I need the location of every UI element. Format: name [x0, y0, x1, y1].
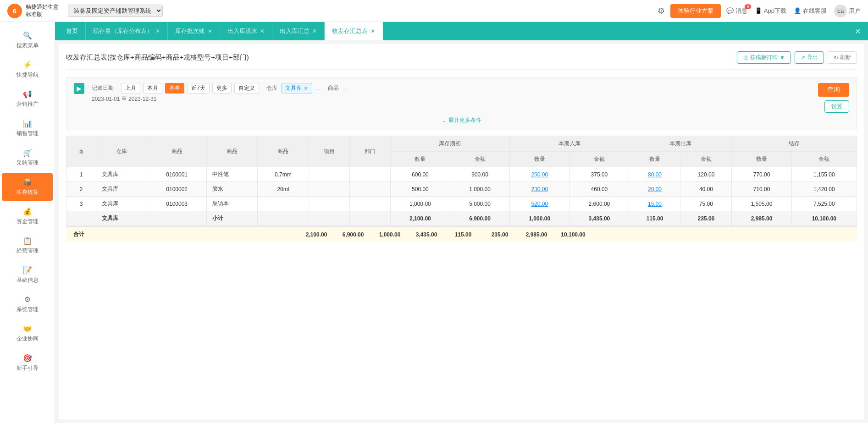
goods-more[interactable]: ...	[343, 85, 347, 92]
date-btn-7days[interactable]: 近7天	[187, 83, 210, 93]
date-btn-last-month[interactable]: 上月	[121, 83, 140, 93]
sidebar-item-purchase[interactable]: 🛒 采购管理	[2, 144, 53, 171]
basic-info-icon: 📝	[23, 266, 32, 275]
col-goods-spec: 商品	[257, 136, 309, 167]
online-service-button[interactable]: 👤 在线客服	[794, 7, 827, 15]
sidebar: 🔍 搜索菜单 ⚡ 快捷导航 📢 营销推广 📊 销售管理 🛒 采购管理 📦 库存核…	[0, 22, 55, 423]
warehouse-tag-close[interactable]: ✕	[304, 85, 308, 92]
avatar: Ea	[834, 5, 847, 17]
expand-more-button[interactable]: ⌄ 展开更多条件	[442, 116, 481, 124]
cell-no: 2	[66, 182, 96, 197]
cell-outbound-qty[interactable]: 20.00	[629, 182, 680, 197]
tab-inout-flow[interactable]: 出入库流水 ✕	[220, 22, 272, 40]
date-btn-more[interactable]: 更多	[212, 83, 232, 93]
cell-goods-code: 0100001	[147, 167, 207, 182]
cell-opening-qty: 1,000.00	[390, 197, 450, 211]
date-btn-custom[interactable]: 自定义	[234, 83, 259, 93]
date-btn-this-month[interactable]: 本月	[143, 83, 162, 93]
sub-balance-qty: 数量	[732, 152, 791, 167]
warehouse-more[interactable]: ...	[316, 85, 321, 92]
table-settings-icon[interactable]: ⚙	[79, 148, 84, 155]
export-button[interactable]: ↗ 导出	[795, 51, 824, 64]
cell-goods-spec	[257, 197, 309, 211]
sidebar-item-inventory[interactable]: 📦 库存核算	[2, 173, 53, 201]
tab-inventory-distribution[interactable]: 现存量（库存分布表） ✕	[86, 22, 168, 40]
cell-opening-qty: 600.00	[390, 167, 450, 182]
sidebar-item-basic-info[interactable]: 📝 基础信息	[2, 261, 53, 289]
sidebar-item-enterprise[interactable]: 🤝 企业协同	[2, 320, 53, 347]
expand-more-area: ⌄ 展开更多条件	[74, 116, 849, 124]
date-btn-this-year[interactable]: 本年	[165, 83, 184, 93]
cell-balance-qty: 1,505.00	[732, 197, 791, 211]
tab-inout-summary[interactable]: 出入库汇总 ✕	[272, 22, 325, 40]
brand-name: 畅捷通好生意 标准版	[26, 4, 59, 18]
tab-close-inout-flow[interactable]: ✕	[260, 28, 265, 34]
tab-close-batch-account[interactable]: ✕	[208, 28, 212, 34]
content-area: 首页 现存量（库存分布表） ✕ 库存批次账 ✕ 出入库流水 ✕ 出入库汇总 ✕ …	[55, 22, 868, 423]
col-dept: 部门	[349, 136, 390, 167]
table-wrapper: ⚙ 仓库 商品 商品 商品 项目 部门 库存期初 本期入库 本期出库 结存	[66, 136, 857, 226]
refresh-icon: ↻	[834, 55, 838, 61]
cell-warehouse: 文具库	[96, 211, 147, 226]
goods-filter: 商品 ...	[328, 84, 347, 92]
sidebar-item-marketing[interactable]: 📢 营销推广	[2, 85, 53, 113]
settings-icon[interactable]: ⚙	[658, 6, 665, 16]
cell-outbound-qty: 115.00	[629, 211, 680, 226]
cell-outbound-qty[interactable]: 80.00	[629, 167, 680, 182]
date-range-text: 2023-01-01 至 2023-12-31	[92, 96, 156, 102]
cell-inbound-amt: 375.00	[569, 167, 629, 182]
phone-icon: 📱	[755, 7, 762, 14]
table-row: 1 文具库 0100001 中性笔 0.7mm 600.00 900.00 25…	[66, 167, 857, 182]
trial-button[interactable]: 体验行业方案	[670, 4, 721, 18]
cell-inbound-qty[interactable]: 230.00	[510, 182, 569, 197]
print-button[interactable]: 🖨 按模板打印 ▼	[737, 51, 791, 64]
filter-expand-arrow[interactable]: ▶	[74, 83, 84, 94]
total-outbound-qty: 115.00	[445, 231, 481, 238]
cell-balance-amt: 7,525.00	[791, 197, 857, 211]
tab-home[interactable]: 首页	[59, 22, 86, 40]
cell-opening-qty: 2,100.00	[390, 211, 450, 226]
cell-opening-amt: 5,000.00	[450, 197, 509, 211]
tab-close-collect-send-summary[interactable]: ✕	[370, 28, 375, 34]
tab-batch-account[interactable]: 库存批次账 ✕	[168, 22, 220, 40]
col-settings: ⚙	[66, 136, 96, 167]
cell-project	[309, 197, 349, 211]
tab-close-inventory-distribution[interactable]: ✕	[155, 28, 160, 34]
app-download-button[interactable]: 📱 App下载	[755, 7, 786, 15]
export-icon: ↗	[801, 55, 805, 61]
cell-warehouse: 文具库	[96, 197, 147, 211]
settings-btn[interactable]: 设置	[824, 100, 849, 113]
tab-collect-send-summary[interactable]: 收发存汇总表 ✕	[325, 22, 383, 40]
system-select[interactable]: 装备及固定资产辅助管理系统	[68, 5, 163, 17]
search-icon: 🔍	[23, 31, 32, 40]
cell-warehouse: 文具库	[96, 182, 147, 197]
message-button[interactable]: 💬 消息 6	[726, 7, 747, 15]
sidebar-item-guide[interactable]: 🎯 新手引导	[2, 349, 53, 377]
cell-goods-code: 0100002	[147, 182, 207, 197]
sidebar-item-finance[interactable]: 💰 资金管理	[2, 203, 53, 230]
refresh-button[interactable]: ↻ 刷新	[828, 51, 857, 64]
query-button[interactable]: 查询	[818, 83, 849, 97]
sidebar-item-system[interactable]: ⚙ 系统管理	[2, 291, 53, 318]
filter-main: 记账日期 上月 本月 本年 近7天 更多 自定义	[92, 83, 811, 103]
user-menu[interactable]: Ea 用户	[834, 5, 861, 17]
date-label: 记账日期	[92, 84, 114, 92]
sidebar-item-operations[interactable]: 📋 经营管理	[2, 232, 53, 259]
cell-balance-amt: 10,100.00	[791, 211, 857, 226]
total-balance-amt: 10,100.00	[555, 231, 592, 238]
sidebar-item-search[interactable]: 🔍 搜索菜单	[2, 27, 53, 54]
date-range-display: 2023-01-01 至 2023-12-31	[92, 95, 811, 103]
logo-area: 6 畅捷通好生意 标准版	[7, 4, 62, 18]
sidebar-item-quick-nav[interactable]: ⚡ 快捷导航	[2, 56, 53, 83]
cell-inbound-qty[interactable]: 520.00	[510, 197, 569, 211]
cell-inbound-qty[interactable]: 250.00	[510, 167, 569, 182]
warehouse-tag: 文具库 ✕	[281, 83, 312, 93]
sidebar-item-sales[interactable]: 📊 销售管理	[2, 115, 53, 142]
filter-area: ▶ 记账日期 上月 本月 本年 近7天 更多 自定义	[66, 77, 857, 130]
tab-bar-close-icon[interactable]: ✕	[851, 27, 864, 36]
tab-close-inout-summary[interactable]: ✕	[312, 28, 317, 34]
data-table: ⚙ 仓库 商品 商品 商品 项目 部门 库存期初 本期入库 本期出库 结存	[66, 136, 857, 226]
sub-opening-amt: 金额	[450, 152, 509, 167]
cell-outbound-qty[interactable]: 15.00	[629, 197, 680, 211]
col-goods-name: 商品	[207, 136, 258, 167]
